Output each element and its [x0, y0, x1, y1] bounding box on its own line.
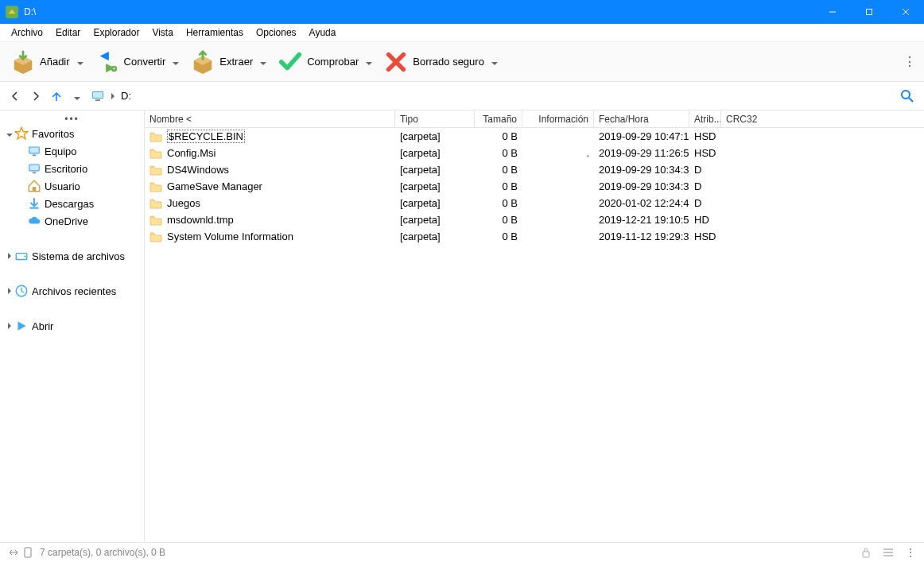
- file-size: 0 B: [475, 164, 522, 176]
- tree-open[interactable]: Abrir: [0, 317, 144, 335]
- app-icon: [5, 5, 19, 19]
- download-icon: [27, 197, 41, 210]
- toolbar: Añadir + Convertir Extraer Comprobar Bor…: [0, 42, 924, 82]
- up-button[interactable]: [46, 86, 67, 107]
- chevron-down-icon[interactable]: [75, 56, 86, 68]
- tree-label: Equipo: [45, 145, 76, 157]
- maximize-button[interactable]: [851, 0, 887, 24]
- lock-icon[interactable]: [859, 547, 873, 558]
- file-size: 0 B: [475, 197, 522, 209]
- list-view-icon[interactable]: [881, 548, 895, 557]
- forward-button[interactable]: [25, 86, 46, 107]
- file-attr: HSD: [689, 231, 721, 242]
- file-row[interactable]: Juegos[carpeta]0 B2020-01-02 12:24:44D: [145, 195, 924, 211]
- file-row[interactable]: $RECYCLE.BIN[carpeta]0 B2019-09-29 10:47…: [145, 128, 924, 145]
- cloud-icon: [27, 215, 41, 227]
- extract-button[interactable]: Extraer: [188, 48, 272, 76]
- device-icon[interactable]: [21, 547, 35, 558]
- svg-line-11: [909, 98, 913, 102]
- computer-icon[interactable]: [87, 86, 108, 107]
- folder-icon: [149, 181, 162, 192]
- menu-herramientas[interactable]: Herramientas: [180, 24, 250, 41]
- col-attr[interactable]: Atrib...: [689, 110, 721, 127]
- chevron-down-icon[interactable]: [258, 56, 269, 68]
- search-button[interactable]: [895, 89, 919, 103]
- convert-label: Convertir: [124, 56, 166, 68]
- menu-vista[interactable]: Vista: [146, 24, 179, 41]
- file-type: [carpeta]: [395, 164, 475, 176]
- close-button[interactable]: [887, 0, 924, 24]
- status-more-icon[interactable]: ⋮: [903, 547, 918, 558]
- file-row[interactable]: DS4Windows[carpeta]0 B2019-09-29 10:34:3…: [145, 161, 924, 178]
- sidebar-dots-icon[interactable]: •••: [0, 114, 144, 125]
- tree-filesystem[interactable]: Sistema de archivos: [0, 247, 144, 265]
- sidebar-fav-item[interactable]: OneDrive: [0, 212, 144, 230]
- file-type: [carpeta]: [395, 231, 475, 242]
- file-row[interactable]: Config.Msi[carpeta]0 B.2019-09-29 11:26:…: [145, 145, 924, 161]
- menu-ayuda[interactable]: Ayuda: [303, 24, 343, 41]
- file-attr: HD: [689, 214, 721, 226]
- file-row[interactable]: System Volume Information[carpeta]0 B201…: [145, 228, 924, 245]
- secure-delete-button[interactable]: Borrado seguro: [381, 48, 503, 76]
- svg-text:+: +: [112, 65, 116, 72]
- chevron-down-icon[interactable]: [489, 56, 500, 68]
- status-bar: 7 carpeta(s), 0 archivo(s), 0 B ⋮: [0, 542, 924, 562]
- folder-icon: [149, 131, 162, 142]
- svg-rect-16: [29, 165, 38, 171]
- convert-button[interactable]: + Convertir: [92, 48, 185, 76]
- chevron-right-icon[interactable]: [5, 287, 14, 296]
- col-type[interactable]: Tipo: [395, 110, 475, 127]
- folder-icon: [149, 165, 162, 176]
- file-size: 0 B: [475, 130, 522, 142]
- menu-editar[interactable]: Editar: [49, 24, 87, 41]
- column-headers: Nombre < Tipo Tamaño Información Fecha/H…: [145, 110, 924, 128]
- file-size: 0 B: [475, 214, 522, 226]
- menu-explorador[interactable]: Explorador: [87, 24, 146, 41]
- col-crc[interactable]: CRC32: [721, 110, 769, 127]
- chevron-down-icon[interactable]: [363, 56, 375, 68]
- breadcrumb-path[interactable]: D:: [118, 90, 134, 102]
- minimize-button[interactable]: [814, 0, 851, 24]
- tree-favorites[interactable]: Favoritos: [0, 125, 144, 142]
- folder-icon: [149, 148, 162, 159]
- secure-delete-label: Borrado seguro: [413, 56, 484, 68]
- chevron-down-icon[interactable]: [5, 130, 14, 138]
- folder-icon: [149, 198, 162, 209]
- clock-icon: [14, 285, 29, 297]
- toolbar-more-button[interactable]: ⋮: [903, 54, 916, 69]
- menu-archivo[interactable]: Archivo: [5, 24, 49, 41]
- file-type: [carpeta]: [395, 214, 475, 226]
- history-dropdown[interactable]: [67, 86, 87, 107]
- file-name: DS4Windows: [167, 164, 229, 176]
- test-button[interactable]: Comprobar: [275, 48, 378, 76]
- convert-icon: +: [95, 50, 119, 74]
- file-name: GameSave Manager: [167, 180, 262, 192]
- menu-opciones[interactable]: Opciones: [250, 24, 303, 41]
- col-size[interactable]: Tamaño: [475, 110, 522, 127]
- title-bar: D:\: [0, 0, 924, 24]
- breadcrumb-sep-icon: [108, 91, 118, 102]
- sidebar-fav-item[interactable]: Descargas: [0, 195, 144, 212]
- sidebar-fav-item[interactable]: Usuario: [0, 177, 144, 195]
- check-icon: [278, 50, 302, 74]
- window-title: D:\: [24, 6, 814, 17]
- tree-label: Archivos recientes: [32, 285, 116, 297]
- tree-label: Escritorio: [45, 163, 87, 175]
- sidebar-fav-item[interactable]: Escritorio: [0, 160, 144, 177]
- file-size: 0 B: [475, 180, 522, 192]
- svg-rect-24: [863, 552, 869, 557]
- col-info[interactable]: Información: [522, 110, 594, 127]
- sidebar-fav-item[interactable]: Equipo: [0, 142, 144, 160]
- chevron-right-icon[interactable]: [5, 322, 14, 331]
- chevron-right-icon[interactable]: [5, 252, 14, 261]
- back-button[interactable]: [5, 86, 25, 107]
- col-name[interactable]: Nombre <: [145, 110, 395, 127]
- col-date[interactable]: Fecha/Hora: [594, 110, 689, 127]
- chevron-down-icon[interactable]: [170, 56, 181, 68]
- tree-recent[interactable]: Archivos recientes: [0, 282, 144, 300]
- file-row[interactable]: msdownld.tmp[carpeta]0 B2019-12-21 19:10…: [145, 211, 924, 228]
- add-button[interactable]: Añadir: [8, 48, 89, 76]
- file-row[interactable]: GameSave Manager[carpeta]0 B2019-09-29 1…: [145, 178, 924, 195]
- monitor-icon: [27, 162, 41, 175]
- resize-icon[interactable]: [6, 547, 21, 558]
